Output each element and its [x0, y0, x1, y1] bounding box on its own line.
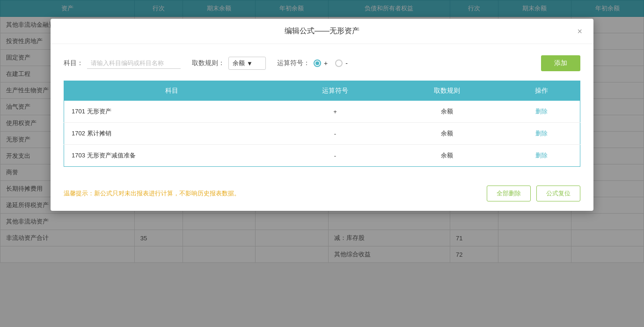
- rule-select[interactable]: 余额 ▼: [228, 57, 266, 70]
- rule-group: 取数规则： 余额 ▼: [192, 57, 266, 70]
- formula-col-header: 科目: [64, 81, 279, 101]
- formula-operator: -: [279, 123, 391, 145]
- add-button[interactable]: 添加: [541, 55, 580, 71]
- reset-formula-button[interactable]: 公式复位: [536, 186, 580, 201]
- modal-overlay: 编辑公式——无形资产 × 科目： 取数规则： 余额 ▼: [0, 0, 644, 327]
- formula-table: 科目运算符号取数规则操作 1701 无形资产+余额删除1702 累计摊销-余额删…: [64, 81, 580, 167]
- subject-group: 科目：: [64, 58, 181, 69]
- operator-group: 运算符号： + -: [277, 59, 348, 67]
- delete-row-button[interactable]: 删除: [535, 130, 548, 137]
- formula-rule: 余额: [391, 123, 503, 145]
- footer-buttons: 全部删除 公式复位: [487, 186, 580, 201]
- formula-action: 删除: [503, 145, 580, 167]
- modal-header: 编辑公式——无形资产 ×: [51, 19, 593, 44]
- modal-dialog: 编辑公式——无形资产 × 科目： 取数规则： 余额 ▼: [51, 19, 593, 211]
- formula-row: 1702 累计摊销-余额删除: [64, 123, 580, 145]
- formula-col-header: 操作: [503, 81, 580, 101]
- formula-action: 删除: [503, 123, 580, 145]
- formula-action: 删除: [503, 101, 580, 123]
- footer-hint: 温馨提示：新公式只对未出报表进行计算，不影响历史报表数据。: [64, 189, 240, 198]
- formula-row: 1703 无形资产减值准备-余额删除: [64, 145, 580, 167]
- operator-minus-radio[interactable]: -: [335, 59, 348, 67]
- page-container: 资产行次期末余额年初余额负债和所有者权益行次期末余额年初余额 其他非流动金融资产…: [0, 0, 644, 327]
- radio-checked-icon: [314, 59, 321, 67]
- rule-label: 取数规则：: [192, 59, 225, 67]
- chevron-down-icon: ▼: [247, 60, 253, 67]
- delete-row-button[interactable]: 删除: [535, 152, 548, 159]
- rule-value: 余额: [233, 59, 245, 67]
- radio-unchecked-icon: [335, 59, 343, 67]
- formula-operator: -: [279, 145, 391, 167]
- operator-radio-group: + -: [314, 59, 348, 67]
- delete-row-button[interactable]: 删除: [535, 108, 548, 115]
- modal-body: 科目： 取数规则： 余额 ▼ 运算符号：: [51, 44, 593, 178]
- formula-rule: 余额: [391, 101, 503, 123]
- operator-plus-radio[interactable]: +: [314, 59, 328, 67]
- operator-label: 运算符号：: [277, 59, 310, 67]
- delete-all-button[interactable]: 全部删除: [487, 186, 531, 201]
- formula-subject: 1703 无形资产减值准备: [64, 145, 279, 167]
- subject-label: 科目：: [64, 59, 83, 67]
- formula-col-header: 取数规则: [391, 81, 503, 101]
- formula-rule: 余额: [391, 145, 503, 167]
- close-button[interactable]: ×: [573, 25, 586, 37]
- formula-subject: 1701 无形资产: [64, 101, 279, 123]
- operator-plus-label: +: [324, 59, 328, 67]
- operator-minus-label: -: [345, 59, 348, 67]
- subject-input[interactable]: [87, 58, 181, 69]
- formula-operator: +: [279, 101, 391, 123]
- formula-col-header: 运算符号: [279, 81, 391, 101]
- modal-footer: 温馨提示：新公式只对未出报表进行计算，不影响历史报表数据。 全部删除 公式复位: [51, 178, 593, 211]
- radio-dot: [315, 61, 319, 65]
- formula-row: 1701 无形资产+余额删除: [64, 101, 580, 123]
- form-row: 科目： 取数规则： 余额 ▼ 运算符号：: [64, 55, 580, 71]
- formula-subject: 1702 累计摊销: [64, 123, 279, 145]
- modal-title: 编辑公式——无形资产: [285, 27, 359, 35]
